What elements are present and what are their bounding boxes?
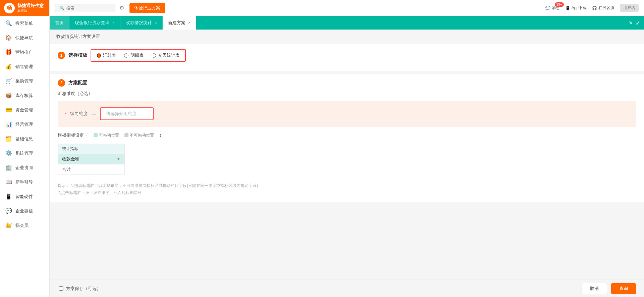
search-box[interactable]: 🔍 (55, 4, 115, 12)
tab-cashbank[interactable]: 现金银行流水查询 × (69, 16, 120, 30)
finance-icon: 💳 (5, 107, 12, 113)
service-button[interactable]: 🎧 在线客服 (592, 5, 614, 11)
logo-icon: 畅 (4, 3, 15, 13)
radio-detail-input[interactable] (124, 53, 128, 58)
dimension-area: * 纵向维度 — 请选择分组维度 (58, 101, 636, 127)
sidebar-item-inventory[interactable]: 📦 库存核算 (0, 88, 49, 103)
metrics-header: 模板指标设定（ 可拖动位置 不可拖动位置 ） (58, 132, 636, 138)
download-icon: 📱 (565, 6, 570, 10)
step2-title: 方案配置 (68, 80, 87, 86)
sidebar-item-marketing[interactable]: 🎁 营销推广 (0, 45, 49, 59)
sidebar-item-member[interactable]: 👑 畅会员 (0, 218, 49, 233)
sidebar-item-finance[interactable]: 💳 资金管理 (0, 103, 49, 117)
sidebar-item-search[interactable]: 🔍 搜索菜单 (0, 16, 49, 31)
home-icon: 🏠 (5, 35, 12, 41)
sidebar-item-basic[interactable]: 🗂️ 基础信息 (0, 132, 49, 146)
vertical-label: 纵向维度 (70, 111, 88, 117)
radio-cross-label: 交叉统计表 (158, 52, 180, 58)
radio-cross[interactable]: 交叉统计表 (152, 52, 180, 58)
total-row: 合计 (58, 164, 124, 175)
sidebar-menu: 🔍 搜索菜单 🏠 快捷导航 🎁 营销推广 💰 销售管理 🛒 采购管理 📦 库存核… (0, 16, 49, 297)
save-label: 方案保存（可选） (66, 286, 101, 292)
radio-summary-input[interactable] (97, 53, 101, 58)
required-mark: * (64, 111, 66, 116)
sidebar-item-label-guide: 新手引导 (15, 179, 33, 185)
content-area: 收款情况统计方案设置 1 选择模板 汇总表 明细表 交 (50, 30, 644, 297)
radio-summary[interactable]: 汇总表 (97, 52, 116, 58)
sidebar-item-wechat[interactable]: 💬 企业微信 (0, 204, 49, 218)
topbar-right: 💬 消息 99+ 📱 App下载 🎧 在线客服 用户名 (545, 4, 639, 12)
close-tab-icon[interactable]: ✕ (629, 20, 633, 26)
chevron-down-icon: ▼ (117, 157, 120, 161)
radio-detail[interactable]: 明细表 (124, 52, 144, 58)
sidebar-item-label-member: 畅会员 (15, 222, 29, 229)
dimension-select[interactable]: 请选择分组维度 (100, 107, 154, 120)
tab-home[interactable]: 首页 (50, 16, 69, 30)
legend-draggable: 可拖动位置 (94, 133, 119, 138)
query-button[interactable]: 查询 (611, 283, 636, 294)
tab-newplan[interactable]: 新建方案 × (163, 16, 196, 30)
purchase-icon: 🛒 (5, 78, 12, 84)
user-avatar[interactable]: 用户名 (620, 4, 639, 12)
sidebar-item-enterprise[interactable]: 🏢 企业协同 (0, 160, 49, 175)
non-draggable-box (124, 133, 128, 137)
sidebar-item-hardware[interactable]: 📱 智能硬件 (0, 189, 49, 204)
sidebar-item-purchase[interactable]: 🛒 采购管理 (0, 74, 49, 88)
step1-card: 1 选择模板 汇总表 明细表 交叉统计表 (50, 44, 644, 71)
step1-number: 1 (58, 52, 65, 59)
guide-icon: 📖 (5, 179, 12, 185)
logo-badge: 标准版 (17, 8, 44, 13)
business-icon: 📊 (5, 121, 12, 128)
message-button[interactable]: 💬 消息 99+ (545, 5, 560, 11)
metrics-closing: ） (159, 132, 164, 138)
tab-collection[interactable]: 收款情况统计 × (120, 16, 163, 30)
basic-icon: 🗂️ (5, 136, 12, 142)
tab-newplan-close[interactable]: × (188, 20, 191, 25)
metrics-table-area: 统计指标 收款金额 ▼ 合计 (58, 141, 636, 178)
save-checkbox[interactable] (59, 286, 63, 291)
save-row: 方案保存（可选） (58, 286, 101, 292)
sidebar: 畅 畅捷通好生意 标准版 🔍 搜索菜单 🏠 快捷导航 🎁 营销推广 💰 销售管理… (0, 0, 50, 297)
dimension-title: 汇总维度（必选） (58, 91, 636, 97)
arrow: — (92, 111, 96, 116)
sidebar-item-label-sales: 销售管理 (15, 64, 33, 70)
tip-1: 提示： 1.拖动标题栏可以调整布局，不可跨维度或指标区域拖动栏目字段(只能在同一… (58, 183, 636, 189)
step1-title: 选择模板 (68, 52, 87, 58)
tip-2: 2.点击标题栏下拉可设置排序、插入列和删除列 (58, 190, 636, 196)
page-title: 收款情况统计方案设置 (50, 30, 644, 44)
inventory-icon: 📦 (5, 92, 12, 99)
tab-home-label: 首页 (55, 20, 64, 26)
sidebar-item-system[interactable]: ⚙️ 系统管理 (0, 146, 49, 160)
gear-icon[interactable]: ⚙ (119, 5, 124, 11)
step1-header: 1 选择模板 汇总表 明细表 交叉统计表 (58, 49, 636, 62)
search-input[interactable] (66, 6, 113, 10)
amount-row[interactable]: 收款金额 ▼ (58, 154, 124, 164)
sidebar-item-quicknav[interactable]: 🏠 快捷导航 (0, 31, 49, 45)
draggable-box (94, 133, 98, 137)
tab-collection-close[interactable]: × (155, 20, 157, 25)
sidebar-item-sales[interactable]: 💰 销售管理 (0, 59, 49, 74)
tab-cashbank-close[interactable]: × (112, 20, 115, 25)
radio-detail-label: 明细表 (130, 52, 144, 58)
tabbar-actions: ✕ ⤢ (629, 16, 644, 30)
cancel-button[interactable]: 取消 (582, 283, 607, 294)
step2-card: 2 方案配置 汇总维度（必选） * 纵向维度 — 请选择分组维度 模板指标设定（… (50, 74, 644, 202)
sidebar-item-label-enterprise: 企业协同 (15, 165, 33, 171)
radio-cross-input[interactable] (152, 53, 156, 58)
tab-cashbank-label: 现金银行流水查询 (75, 20, 110, 26)
search-icon: 🔍 (59, 6, 64, 10)
sidebar-item-guide[interactable]: 📖 新手引导 (0, 175, 49, 189)
tips-section: 提示： 1.拖动标题栏可以调整布局，不可跨维度或指标区域拖动栏目字段(只能在同一… (58, 178, 636, 196)
sidebar-item-label-finance: 资金管理 (15, 107, 33, 113)
download-button[interactable]: 📱 App下载 (565, 5, 587, 11)
sidebar-item-business[interactable]: 📊 经营管理 (0, 117, 49, 132)
download-label: App下载 (572, 5, 587, 11)
trial-button[interactable]: 体验行业方案 (129, 3, 165, 13)
sidebar-item-label-basic: 基础信息 (15, 136, 33, 142)
amount-label: 收款金额 (62, 156, 79, 162)
logo-name: 畅捷通好生意 (17, 3, 44, 8)
dimension-row: * 纵向维度 — 请选择分组维度 (64, 107, 629, 120)
tabbar: 首页 现金银行流水查询 × 收款情况统计 × 新建方案 × ✕ ⤢ (50, 16, 644, 30)
bottom-bar: 方案保存（可选） 取消 查询 (50, 280, 644, 297)
expand-icon[interactable]: ⤢ (636, 20, 640, 26)
